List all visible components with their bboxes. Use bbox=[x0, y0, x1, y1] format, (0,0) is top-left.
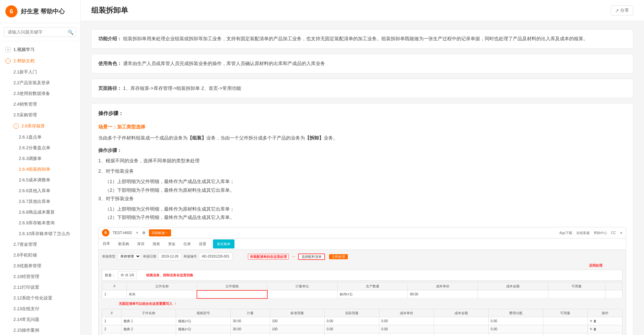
sim-no-label: 单据编号 bbox=[183, 254, 197, 259]
sim-type-select[interactable]: 库存管理 bbox=[117, 253, 141, 260]
sim-th-amount2: 成本金额 bbox=[434, 309, 488, 317]
path-block: 页面路径： 1、库存核算->库存管理->组装拆卸单 2、首页->常用功能 bbox=[91, 79, 633, 98]
steps-block: 操作步骤： 场景一：加工类型选择 当由多个子件材料组装成一个成品的业务为【组装】… bbox=[91, 103, 633, 335]
sidebar-item-2-11[interactable]: 2.11打印设置 bbox=[0, 282, 80, 293]
sidebar-item-2-9[interactable]: 2.9优惠券管理 bbox=[0, 261, 80, 271]
sidebar-item-2-1[interactable]: 2.1新手入门 bbox=[0, 67, 80, 77]
sim-form-area: 单据类型 库存管理 单据日期 2019-12-26 单据编号 AD-201912… bbox=[99, 250, 626, 335]
path-label: 页面路径： bbox=[98, 86, 122, 91]
sidebar-item-2-12[interactable]: 2.12系统个性化设置 bbox=[0, 293, 80, 303]
sim-annotation2-row: 启用处理 bbox=[102, 263, 623, 268]
sim-active-tab[interactable]: 新采购单 bbox=[213, 239, 234, 248]
sim-date-label: 单据日期 bbox=[143, 254, 156, 259]
sidebar-item-label: 2.6库存核算 bbox=[21, 123, 45, 129]
sim-annotation1-wrap: 有装配清单的在这里处理 → 选择配料清单 立即处理 bbox=[248, 253, 348, 261]
sidebar-item-help[interactable]: − 2.帮助文档 bbox=[0, 55, 80, 67]
sidebar-item-video[interactable]: + 1.视频学习 bbox=[0, 44, 80, 55]
sidebar-item-2-15[interactable]: 2.15操作案例 bbox=[0, 325, 80, 335]
sidebar-item-2-6-8[interactable]: 2.6.8商品成本重算 bbox=[0, 207, 80, 218]
sim-orange-btn[interactable]: 同期账套一 bbox=[149, 229, 171, 236]
sidebar-item-2-6[interactable]: − 2.6库存核算 bbox=[0, 120, 80, 132]
sim-annotation4-wrap: 无固定清单可以组合在这里置重写入 ↑ bbox=[102, 300, 623, 307]
sidebar-item-2-14[interactable]: 2.14常见问题 bbox=[0, 314, 80, 325]
table-row: 1 米米 标件(×1) 99.00 bbox=[102, 290, 623, 298]
sim-nav-home[interactable]: 自库 bbox=[99, 238, 114, 249]
sim-process-btn[interactable]: 立即处理 bbox=[329, 254, 348, 259]
sidebar-item-2-6-1[interactable]: 2.6.1盘点单 bbox=[0, 132, 80, 143]
share-button[interactable]: ↗ 分享 bbox=[611, 5, 633, 15]
page-title: 组装拆卸单 bbox=[91, 5, 128, 15]
sim-nav-contact[interactable]: 往来 bbox=[179, 239, 195, 249]
sidebar-item-2-6-10[interactable]: 2.6.10库存账本错了怎么办 bbox=[0, 228, 80, 239]
sim-nav-purchase[interactable]: 新采购 bbox=[114, 239, 133, 249]
sidebar-item-2-6-7[interactable]: 2.6.7其他出库单 bbox=[0, 196, 80, 207]
sim-th-qty: 生产数量 bbox=[337, 282, 408, 290]
collapse-icon-2: − bbox=[5, 58, 11, 64]
sim-th-goods2: 子件名称 bbox=[121, 309, 176, 317]
sidebar-item-2-6-9[interactable]: 2.6.9库存账本查询 bbox=[0, 218, 80, 228]
sim-arrow1: → bbox=[291, 254, 296, 259]
sim-nav-report[interactable]: 报表 bbox=[149, 239, 164, 249]
sim-th-seq: # bbox=[102, 282, 127, 290]
sim-type-label: 单据类型 bbox=[102, 254, 115, 259]
sim-annotation1: 有装配清单的在这里处理 bbox=[248, 254, 289, 260]
content-area: 功能介绍： 组装拆卸单用来处理企业组装或拆卸等加工业务，支持有固定装配清单的产品… bbox=[80, 21, 644, 335]
steps-intro-label: 操作步骤： bbox=[98, 146, 626, 155]
sidebar-item-2-4[interactable]: 2.4销售管理 bbox=[0, 99, 80, 110]
sim-th-spec2: 规格型号 bbox=[176, 309, 231, 317]
sidebar-item-2-6-4[interactable]: 2.6.4组装拆卸单 bbox=[0, 164, 80, 175]
role-label: 使用角色： bbox=[98, 61, 122, 66]
sim-th-cost2: 成本单价 bbox=[379, 309, 434, 317]
search-input[interactable] bbox=[4, 27, 76, 37]
sidebar-item-2-10[interactable]: 2.10经营管理 bbox=[0, 271, 80, 282]
step2-2-text: （2）下部明细为子件明细，最终作为原材料生成其它出库单。 bbox=[98, 186, 626, 194]
path-text: 1、库存核算->库存管理->组装拆卸单 2、首页->常用功能 bbox=[123, 86, 241, 91]
sidebar-item-2-6-5[interactable]: 2.6.5成本调整单 bbox=[0, 175, 80, 185]
sim-form-row1: 单据类型 库存管理 单据日期 2019-12-26 单据编号 AD-201912… bbox=[102, 253, 623, 261]
sim-qty-input[interactable]: 件 共 1/6 bbox=[118, 271, 137, 279]
role-text: 通常由生产人员或库管人员完成拆装业务的操作，库管人员确认原材料的出库和产成品的入… bbox=[123, 61, 325, 66]
table-row: 3 bbox=[102, 333, 623, 335]
sim-nav-inventory[interactable]: 库存 bbox=[133, 239, 149, 249]
sidebar-item-2-5[interactable]: 2.5采购管理 bbox=[0, 110, 80, 120]
scene1-desc: 当由多个子件材料组装成一个成品的业务为【组装】业务，当由一个父件拆分成多个子产品… bbox=[98, 134, 626, 142]
sim-nav-settings[interactable]: 设置 bbox=[195, 239, 210, 249]
sim-no-input[interactable]: AD-20191226-001 bbox=[199, 253, 232, 260]
sim-nav-finance[interactable]: 资金 bbox=[164, 239, 179, 249]
sidebar-item-2-6-3[interactable]: 2.6.3调拨单 bbox=[0, 153, 80, 164]
sim-th-cost: 成本单价 bbox=[408, 282, 478, 290]
step1-text: 1、根据不同的业务，选择不同单据的类型来处理 bbox=[98, 157, 626, 165]
logo-icon: 6 bbox=[5, 5, 17, 17]
sidebar-item-2-2[interactable]: 2.2产品安装及登录 bbox=[0, 77, 80, 88]
sim-th-spec: 父件规格 bbox=[197, 282, 267, 290]
search-box: 🔍 bbox=[0, 23, 80, 41]
sidebar-item-2-6-2[interactable]: 2.6.2分量盘点单 bbox=[0, 143, 80, 153]
nav-section-2: − 2.帮助文档 2.1新手入门 2.2产品安装及登录 2.3使用前数据准备 2… bbox=[0, 55, 80, 335]
search-icon[interactable]: 🔍 bbox=[68, 30, 73, 35]
function-intro-label: 功能介绍： bbox=[98, 36, 122, 41]
sim-company: TEST-H002 bbox=[113, 230, 132, 236]
step3-1-text: （1）上部明细为父件明细，最终作为原材料生成其它出库单； bbox=[98, 205, 626, 213]
sim-th-avail2: 可用量 bbox=[543, 309, 587, 317]
sim-date-input[interactable]: 2019-12-26 bbox=[158, 253, 181, 260]
step2-text: 2、对于组装业务 bbox=[98, 167, 626, 175]
sidebar-item-2-6-6[interactable]: 2.6.6其他入库单 bbox=[0, 185, 80, 196]
sidebar-item-2-8[interactable]: 2.8手机旺铺 bbox=[0, 250, 80, 261]
steps-title: 操作步骤： bbox=[98, 109, 626, 118]
table-row: 1 雅典 1 规格(×1) 30.00 100 0.00 0.00 0.00 bbox=[102, 317, 623, 325]
sidebar-item-2-3[interactable]: 2.3使用前数据准备 bbox=[0, 88, 80, 99]
step2-1-text: （1）上部明细为父件明细，最终作为产成品生成其它入库单； bbox=[98, 177, 626, 186]
sim-navbar: 自库 新采购 库存 报表 资金 往来 设置 新采购单 bbox=[99, 238, 626, 250]
sim-logo: 6 bbox=[102, 229, 109, 236]
sim-icons: App下载 在线客服 帮助中心 CC ✕ bbox=[559, 230, 623, 236]
sim-close-icon[interactable]: ✕ bbox=[620, 230, 623, 236]
sim-th-qty2: 标准用量 bbox=[270, 309, 324, 317]
sim-th-unit: 计量单位 bbox=[267, 282, 337, 290]
sidebar-item-2-7[interactable]: 2.7资金管理 bbox=[0, 239, 80, 250]
sim-cell-spec[interactable] bbox=[197, 290, 267, 298]
share-icon: ↗ bbox=[615, 8, 619, 13]
sim-table-bottom: # 子件名称 规格型号 计量 标准用量 实际用量 成本单价 成本金额 费用分配 bbox=[102, 309, 623, 335]
sim-select-btn[interactable]: 选择配料清单 bbox=[298, 254, 325, 260]
main-header: 组装拆卸单 ↗ 分享 bbox=[80, 0, 644, 21]
sidebar-item-2-13[interactable]: 2.13在线支付 bbox=[0, 303, 80, 314]
